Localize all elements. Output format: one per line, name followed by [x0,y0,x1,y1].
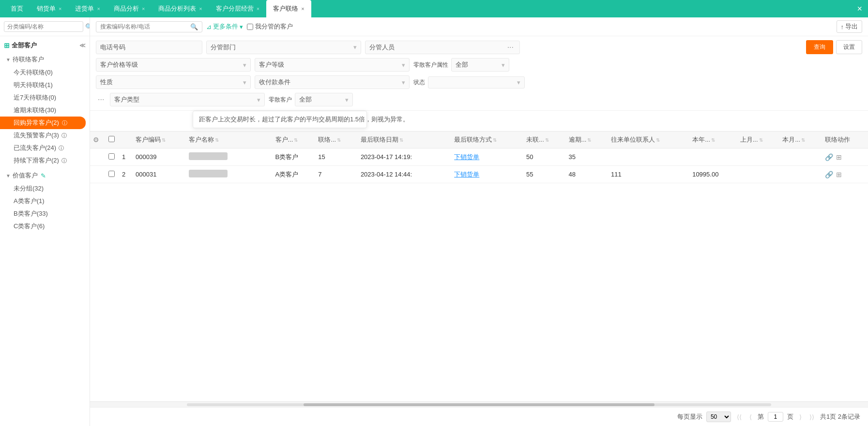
close-all-tabs[interactable]: × [857,4,862,14]
link-action-icon[interactable]: 🔗 [825,171,833,178]
value-customer-header[interactable]: ▼ 价值客户 ✎ [0,169,90,182]
page-input[interactable] [768,412,783,422]
more-conditions-btn[interactable]: ⊿ 更多条件 ▾ [206,22,243,31]
customer-type-field[interactable]: 客户类型 ▾ [110,93,265,106]
nav-product-analysis[interactable]: 商品分析 × [107,0,152,17]
close-product-analysis-tab[interactable]: × [142,6,145,12]
sidebar-item-today[interactable]: 今天待联络(0) [0,66,90,79]
horizontal-scrollbar[interactable] [90,401,868,407]
sidebar-item-unclassified[interactable]: 未分组(32) [0,182,90,195]
th-uncontacted[interactable]: 未联... ⇅ [523,132,566,148]
th-this-year[interactable]: 本年... ⇅ [689,132,737,148]
close-sales-tab[interactable]: × [59,6,61,12]
total-label: 共1页 2条记录 [820,412,860,421]
row-contacts: 15 [315,148,358,166]
th-code[interactable]: 客户编码 ⇅ [133,132,186,148]
sidebar-item-declining[interactable]: 持续下滑客户(2) ⓘ [0,154,90,167]
nav-sales[interactable]: 销货单 × [30,0,68,17]
retail-customer-field[interactable]: 零散客户 全部 ▾ [269,93,353,106]
grid-action-icon[interactable]: ⊞ [836,171,842,178]
tree-root-all-customers[interactable]: ⊞ 全部客户 ≪ [0,38,90,53]
customer-grade-field[interactable]: 客户等级 ▾ [255,58,410,72]
select-all-checkbox[interactable] [108,136,115,142]
prev-page-btn[interactable]: ⟨ [747,412,754,422]
pending-contact-header[interactable]: ▼ 待联络客户 [0,53,90,66]
row-code: 000039 [133,148,186,166]
export-button[interactable]: ↑ 导出 [837,20,863,33]
filter-search-box[interactable]: 🔍 [96,21,202,32]
scroll-thumb[interactable] [304,403,654,406]
sort-date-icon: ⇅ [399,137,403,143]
page-size-select[interactable]: 50 100 200 [706,411,731,422]
row-select-checkbox[interactable] [108,171,115,177]
row-checkbox[interactable] [106,166,119,183]
sidebar-item-overdue[interactable]: 逾期未联络(30) [0,104,90,117]
th-overdue[interactable]: 逾期... ⇅ [566,132,609,148]
nav-purchase[interactable]: 进货单 × [68,0,107,17]
sort-last-month-icon: ⇅ [759,137,763,143]
close-customer-contact-tab[interactable]: × [301,6,304,12]
gear-icon[interactable]: ⚙ [93,136,99,144]
info-icon: ⓘ [59,145,64,151]
row-name [186,148,273,166]
nav-customer-segmentation[interactable]: 客户分层经营 × [209,0,266,17]
my-customers-checkbox[interactable] [247,24,253,30]
th-last-month[interactable]: 上月... ⇅ [737,132,780,148]
payment-field[interactable]: 收付款条件 ▾ [255,75,410,89]
row4-dots[interactable]: ··· [98,95,104,104]
status-select[interactable]: ▾ [428,76,525,88]
close-product-analysis-list-tab[interactable]: × [199,6,202,12]
retail-attribute-field[interactable]: 零散客户属性 全部 ▾ [413,58,509,72]
sidebar-item-lost[interactable]: 已流失客户(24) ⓘ [0,142,90,154]
sidebar-item-class-b[interactable]: B类客户(33) [0,207,90,220]
th-unit-contacts[interactable]: 往来单位联系人 ⇅ [608,132,689,148]
phone-field[interactable]: 电话号码 [96,41,202,54]
row-checkbox[interactable] [106,148,119,166]
close-customer-segmentation-tab[interactable]: × [257,6,259,12]
th-name[interactable]: 客户名称 ⇅ [186,132,273,148]
grid-action-icon[interactable]: ⊞ [836,153,842,161]
department-arrow: ▾ [353,44,357,51]
sidebar-item-7days[interactable]: 近7天待联络(0) [0,91,90,104]
nav-home[interactable]: 首页 [4,0,30,17]
th-contacts[interactable]: 联络... ⇅ [315,132,358,148]
edit-icon[interactable]: ✎ [41,172,46,179]
sidebar-item-repurchase-anomaly[interactable]: 回购异常客户(2) ⓘ [0,117,86,129]
collapse-sidebar-btn[interactable]: ≪ [79,42,86,49]
settings-button[interactable]: 设置 [836,40,862,54]
sidebar-search-icon[interactable]: 🔍 [85,23,90,30]
sidebar-search-input[interactable] [4,21,83,32]
sidebar-item-class-c[interactable]: C类客户(6) [0,220,90,233]
price-grade-field[interactable]: 客户价格等级 ▾ [96,58,251,72]
query-button[interactable]: 查询 [806,40,833,54]
filter-search-input[interactable] [100,23,190,30]
sidebar-item-class-a[interactable]: A类客户(1) [0,195,90,207]
close-purchase-tab[interactable]: × [97,6,100,12]
nature-arrow: ▾ [243,79,246,86]
manager-field[interactable]: 分管人员 ··· [365,41,520,54]
th-last-contact-date[interactable]: 最后联络日期 ⇅ [358,132,451,148]
next-page-btn[interactable]: ⟩ [797,412,804,422]
department-field[interactable]: 分管部门 ▾ [206,41,361,54]
th-last-contact-method[interactable]: 最后联络方式 ⇅ [451,132,523,148]
th-category[interactable]: 客户... ⇅ [273,132,316,148]
manager-dots[interactable]: ··· [507,43,514,52]
link-action-icon[interactable]: 🔗 [825,153,833,161]
row-select-checkbox[interactable] [108,153,115,160]
retail-customer-select[interactable]: 全部 ▾ [295,93,353,106]
row-last-contact-method[interactable]: 下销货单 [451,148,523,166]
table-body: 1 000039 B类客户 15 2023-04-17 14:19: 下销货单 … [90,148,868,183]
nav-product-analysis-list[interactable]: 商品分析列表 × [152,0,209,17]
last-page-btn[interactable]: ⟩⟩ [807,412,816,422]
nature-field[interactable]: 性质 ▾ [96,75,251,89]
status-field[interactable]: 状态 ▾ [413,76,525,88]
my-customers-checkbox-label[interactable]: 我分管的客户 [247,22,293,31]
row-last-contact-method[interactable]: 下销货单 [451,166,523,183]
nav-customer-contact[interactable]: 客户联络 × [266,0,311,17]
sidebar-item-tomorrow[interactable]: 明天待联络(1) [0,79,90,91]
filter-search-icon[interactable]: 🔍 [190,23,198,30]
retail-attribute-select[interactable]: 全部 ▾ [451,58,509,72]
th-this-month[interactable]: 本月... ⇅ [779,132,822,148]
first-page-btn[interactable]: ⟨⟨ [735,412,744,422]
sidebar-item-loss-warning[interactable]: 流失预警客户(3) ⓘ [0,129,90,142]
